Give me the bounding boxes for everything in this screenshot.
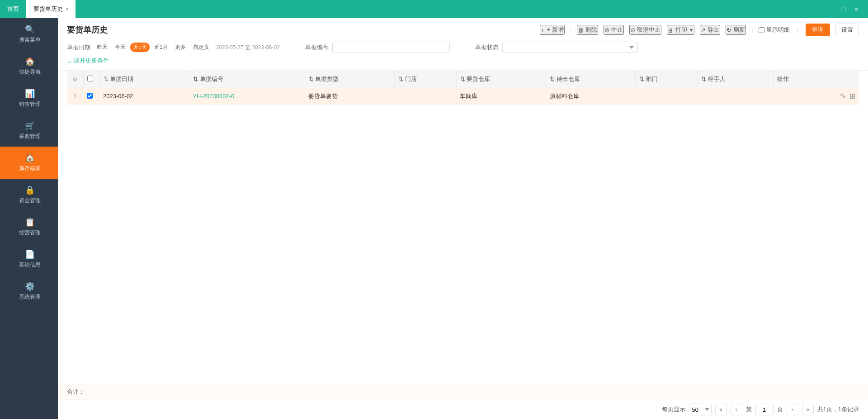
- tab-requisition-history[interactable]: 要货单历史 ×: [26, 0, 75, 18]
- page-size-select[interactable]: 50 20 100 200: [689, 404, 712, 415]
- sidebar-item-system-mgmt[interactable]: ⚙️ 系统管理: [0, 275, 58, 307]
- close-icon[interactable]: ✕: [854, 6, 859, 13]
- expand-more-btn[interactable]: ⌄ 展开更多条件: [67, 57, 859, 65]
- toolbar: + + 新增 | 🗑 删除 ⊘ 中止 ⊙ 取消中止 🖨: [540, 24, 859, 36]
- cell-handler: [698, 88, 774, 105]
- print-button[interactable]: 🖨 打印 ▼: [667, 25, 694, 35]
- chart-icon: 📊: [25, 89, 35, 99]
- row-select-checkbox[interactable]: [87, 93, 93, 99]
- chevron-down-icon: ⌄: [67, 57, 72, 64]
- shortcut-last1month[interactable]: 近1月: [151, 43, 171, 52]
- cancel-suspend-button[interactable]: ⊙ 取消中止: [629, 25, 661, 35]
- delete-button[interactable]: 🗑 删除: [577, 25, 598, 35]
- pagination: 每页显示 50 20 100 200 « ‹ 第 页 › » 共1页，1条记录: [58, 400, 868, 419]
- sidebar-item-label: 基础信息: [19, 261, 41, 269]
- sidebar-item-label: 资金管理: [19, 197, 41, 205]
- sidebar-item-quick-nav[interactable]: 🏠 快捷导航: [0, 50, 58, 82]
- row-checkbox[interactable]: [83, 88, 99, 105]
- suspend-icon: ⊘: [604, 27, 609, 33]
- select-all-checkbox[interactable]: [87, 76, 93, 81]
- doc-number-link[interactable]: YH-20230602-0: [193, 93, 234, 100]
- date-filter-label: 单据日期: [67, 43, 90, 52]
- cell-department: [636, 88, 698, 105]
- tab-close-icon[interactable]: ×: [66, 6, 68, 12]
- export-button[interactable]: ↗ 导出: [700, 25, 720, 35]
- top-bar-right: ❐ ✕: [841, 6, 868, 13]
- table-row[interactable]: 1 2023-06-02 YH-20230602-0 要货单要货 车间库 原材料…: [67, 88, 859, 105]
- sidebar-item-sales-mgmt[interactable]: 📊 销售管理: [0, 82, 58, 114]
- refresh-icon: ↻: [726, 27, 731, 33]
- gear-icon: ⚙️: [25, 281, 35, 291]
- cell-req-warehouse: 车间库: [456, 88, 546, 105]
- edit-action-icon[interactable]: ✎: [840, 92, 846, 100]
- settings-button[interactable]: 设置: [835, 24, 859, 36]
- top-tabs: 首页 要货单历史 ×: [0, 0, 75, 18]
- shortcut-today[interactable]: 今天: [112, 43, 128, 52]
- filter-row-1: 单据日期 昨天 今天 近7天 近1月 更多 自定义 2023-05-27 至 2…: [67, 42, 859, 53]
- restore-icon[interactable]: ❐: [841, 6, 847, 13]
- total-info: 共1页，1条记录: [817, 405, 859, 414]
- page-number-input[interactable]: [755, 404, 774, 415]
- display-detail-checkbox[interactable]: [759, 27, 764, 33]
- inventory-icon: 🏠: [25, 153, 35, 163]
- doc-status-filter-group: 单据状态: [475, 42, 638, 53]
- query-button[interactable]: 查询: [806, 24, 830, 36]
- cell-doc-type: 要货单要货: [305, 88, 394, 105]
- doc-status-select[interactable]: [502, 42, 638, 53]
- col-req-warehouse: ⇅ 要货仓库: [456, 71, 546, 88]
- doc-status-label: 单据状态: [475, 43, 499, 52]
- col-department: ⇅ 部门: [636, 71, 698, 88]
- doc-number-input[interactable]: [332, 42, 450, 53]
- new-button[interactable]: + + 新增: [540, 25, 565, 35]
- print-dropdown-icon[interactable]: ▼: [689, 28, 693, 33]
- col-handler: ⇅ 经手人: [698, 71, 774, 88]
- sidebar-item-label: 销售管理: [19, 100, 41, 108]
- page-header: 要货单历史 + + 新增 | 🗑 删除 ⊘ 中止 ⊙ 取消中止: [58, 18, 868, 36]
- shortcut-yesterday[interactable]: 昨天: [94, 43, 110, 52]
- date-shortcuts: 昨天 今天 近7天 近1月 更多 自定义: [94, 43, 212, 52]
- settings-col-header[interactable]: ⚙: [67, 71, 83, 88]
- cancel-suspend-icon: ⊙: [630, 27, 635, 33]
- col-actions: 操作: [773, 71, 859, 88]
- shortcut-more[interactable]: 更多: [172, 43, 189, 52]
- plus-icon: +: [541, 27, 544, 33]
- cell-pending-warehouse: 原材料仓库: [546, 88, 636, 105]
- sidebar-item-inventory[interactable]: 🏠 库存核算: [0, 147, 58, 179]
- shortcut-custom[interactable]: 自定义: [190, 43, 212, 52]
- action-icons: ✎ ⊞: [777, 92, 855, 100]
- ops-icon: 📋: [25, 217, 35, 227]
- col-store: ⇅ 门店: [394, 71, 456, 88]
- delete-icon: 🗑: [578, 27, 584, 33]
- doc-number-label: 单据编号: [305, 43, 329, 52]
- sidebar-item-basic-info[interactable]: 📄 基础信息: [0, 243, 58, 275]
- date-filter-group: 单据日期 昨天 今天 近7天 近1月 更多 自定义 2023-05-27 至 2…: [67, 43, 280, 52]
- copy-action-icon[interactable]: ⊞: [849, 92, 855, 100]
- sidebar-item-label: 采购管理: [19, 133, 41, 140]
- sidebar-item-label: 经营管理: [19, 229, 41, 237]
- sidebar-item-purchase-mgmt[interactable]: 🛒 采购管理: [0, 114, 58, 147]
- sidebar-item-finance-mgmt[interactable]: 🔒 资金管理: [0, 179, 58, 211]
- sidebar-item-ops-mgmt[interactable]: 📋 经营管理: [0, 211, 58, 243]
- cell-doc-number[interactable]: YH-20230602-0: [189, 88, 305, 105]
- col-doc-date: ⇅ 单据日期: [99, 71, 189, 88]
- top-bar: 首页 要货单历史 × ❐ ✕: [0, 0, 868, 18]
- sidebar-item-search-menu[interactable]: 🔍 搜索菜单: [0, 18, 58, 50]
- shortcut-last7days[interactable]: 近7天: [130, 43, 150, 52]
- cart-icon: 🛒: [25, 121, 35, 131]
- next-page-btn[interactable]: ›: [787, 404, 798, 415]
- doc-icon: 📄: [25, 249, 35, 259]
- doc-number-filter-group: 单据编号: [305, 42, 450, 53]
- print-icon: 🖨: [668, 27, 674, 33]
- cell-doc-date: 2023-06-02: [99, 88, 189, 105]
- table-container: ⚙ ⇅ 单据日期 ⇅ 单据编号 ⇅ 单据类型: [58, 71, 868, 384]
- suspend-button[interactable]: ⊘ 中止: [604, 25, 624, 35]
- lock-icon: 🔒: [25, 185, 35, 195]
- tab-home[interactable]: 首页: [0, 0, 26, 18]
- prev-page-btn[interactable]: ‹: [731, 404, 742, 415]
- sidebar-item-label: 库存核算: [19, 165, 41, 172]
- last-page-btn[interactable]: »: [802, 404, 814, 415]
- display-detail-toggle[interactable]: 显示明细: [759, 26, 790, 34]
- refresh-button[interactable]: ↻ 刷新: [726, 25, 746, 35]
- first-page-btn[interactable]: «: [715, 404, 727, 415]
- sidebar: 🔍 搜索菜单 🏠 快捷导航 📊 销售管理 🛒 采购管理 🏠 库存核算 🔒 资金管…: [0, 18, 58, 419]
